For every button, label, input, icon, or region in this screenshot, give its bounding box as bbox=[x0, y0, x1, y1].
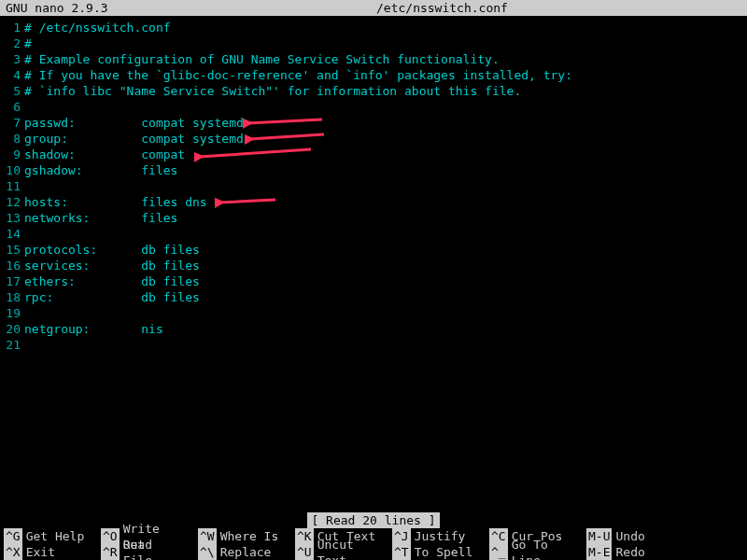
shortcut-label: Read File bbox=[123, 537, 194, 561]
shortcut-bar: ^GGet Help^OWrite Out^WWhere Is^KCut Tex… bbox=[0, 528, 747, 560]
shortcut-item[interactable]: ^TTo Spell bbox=[388, 544, 486, 560]
shortcut-label: Go To Line bbox=[512, 537, 583, 561]
line-text: services: db files bbox=[24, 258, 200, 273]
shortcut-label: Get Help bbox=[26, 528, 94, 544]
file-line[interactable]: 2# bbox=[0, 35, 747, 51]
shortcut-key: M-U bbox=[586, 528, 612, 544]
shortcut-item[interactable]: ^GGet Help bbox=[0, 528, 97, 544]
line-text: shadow: compat bbox=[24, 147, 185, 162]
shortcut-item[interactable]: M-ERedo bbox=[583, 544, 670, 560]
line-number: 19 bbox=[0, 305, 24, 321]
title-bar: GNU nano 2.9.3 /etc/nsswitch.conf bbox=[0, 0, 747, 16]
shortcut-key: ^C bbox=[489, 528, 508, 544]
shortcut-label: Redo bbox=[615, 544, 654, 560]
file-line[interactable]: 14 bbox=[0, 226, 747, 242]
file-line[interactable]: 8group: compat systemd bbox=[0, 131, 747, 147]
annotation-arrow-icon bbox=[245, 129, 329, 147]
line-text: # `info libc "Name Service Switch"' for … bbox=[24, 83, 521, 99]
line-text: ethers: db files bbox=[24, 273, 200, 289]
status-line: [ Read 20 lines ] bbox=[0, 512, 747, 528]
line-number: 10 bbox=[0, 162, 24, 178]
line-text: # bbox=[24, 35, 32, 51]
file-line[interactable]: 15protocols: db files bbox=[0, 242, 747, 258]
shortcut-label: Uncut Text bbox=[317, 537, 388, 561]
shortcut-key: ^_ bbox=[489, 544, 508, 560]
shortcut-key: ^W bbox=[198, 528, 217, 544]
file-path: /etc/nsswitch.conf bbox=[376, 0, 747, 16]
shortcut-key: ^\ bbox=[198, 544, 217, 560]
file-line[interactable]: 4# If you have the `glibc-doc-reference'… bbox=[0, 67, 747, 83]
shortcut-key: ^J bbox=[392, 528, 411, 544]
shortcut-item[interactable]: ^JJustify bbox=[388, 528, 486, 544]
file-line[interactable]: 7passwd: compat systemd bbox=[0, 115, 747, 131]
shortcut-label: Justify bbox=[415, 528, 475, 544]
file-line[interactable]: 13networks: files bbox=[0, 210, 747, 226]
line-text: group: compat systemd bbox=[24, 131, 244, 147]
line-number: 20 bbox=[0, 321, 24, 337]
line-text: netgroup: nis bbox=[24, 321, 163, 337]
svg-line-0 bbox=[247, 119, 322, 123]
line-number: 11 bbox=[0, 178, 24, 194]
file-line[interactable]: 19 bbox=[0, 305, 747, 321]
shortcut-label: Where Is bbox=[220, 528, 289, 544]
line-text: gshadow: files bbox=[24, 162, 177, 178]
line-number: 16 bbox=[0, 258, 24, 273]
shortcut-item[interactable]: ^RRead File bbox=[97, 544, 194, 560]
shortcut-key: ^T bbox=[392, 544, 411, 560]
line-number: 17 bbox=[0, 273, 24, 289]
svg-line-2 bbox=[199, 149, 311, 157]
shortcut-item[interactable]: M-UUndo bbox=[583, 528, 670, 544]
file-line[interactable]: 21 bbox=[0, 337, 747, 353]
line-text: # If you have the `glibc-doc-reference' … bbox=[24, 67, 572, 83]
shortcut-item[interactable]: ^WWhere Is bbox=[194, 528, 291, 544]
file-line[interactable]: 18rpc: db files bbox=[0, 289, 747, 305]
line-number: 21 bbox=[0, 337, 24, 353]
file-line[interactable]: 9shadow: compat bbox=[0, 147, 747, 162]
line-number: 6 bbox=[0, 99, 24, 115]
shortcut-key: ^O bbox=[101, 528, 120, 544]
file-line[interactable]: 16services: db files bbox=[0, 258, 747, 273]
app-title: GNU nano 2.9.3 bbox=[0, 0, 376, 16]
file-line[interactable]: 17ethers: db files bbox=[0, 273, 747, 289]
shortcut-key: ^X bbox=[4, 544, 22, 560]
line-number: 1 bbox=[0, 20, 24, 35]
line-text: passwd: compat systemd bbox=[24, 115, 244, 131]
file-line[interactable]: 12hosts: files dns bbox=[0, 194, 747, 210]
file-line[interactable]: 1# /etc/nsswitch.conf bbox=[0, 20, 747, 35]
annotation-arrow-icon bbox=[243, 112, 327, 131]
shortcut-key: ^G bbox=[4, 528, 22, 544]
annotation-arrow-icon bbox=[194, 146, 316, 164]
file-line[interactable]: 3# Example configuration of GNU Name Ser… bbox=[0, 51, 747, 67]
line-number: 14 bbox=[0, 226, 24, 242]
shortcut-label: Exit bbox=[26, 544, 64, 560]
file-line[interactable]: 5# `info libc "Name Service Switch"' for… bbox=[0, 83, 747, 99]
line-number: 9 bbox=[0, 147, 24, 162]
shortcut-item[interactable]: ^\Replace bbox=[194, 544, 291, 560]
shortcut-label: Replace bbox=[220, 544, 281, 560]
line-text: networks: files bbox=[24, 210, 177, 226]
line-number: 12 bbox=[0, 194, 24, 210]
line-text: rpc: db files bbox=[24, 289, 200, 305]
file-line[interactable]: 6 bbox=[0, 99, 747, 115]
line-number: 18 bbox=[0, 289, 24, 305]
shortcut-key: ^K bbox=[295, 528, 314, 544]
shortcut-label: Undo bbox=[615, 528, 654, 544]
svg-line-3 bbox=[219, 200, 275, 203]
file-line[interactable]: 11 bbox=[0, 178, 747, 194]
shortcut-item[interactable]: ^UUncut Text bbox=[291, 544, 388, 560]
shortcut-item[interactable]: ^_Go To Line bbox=[486, 544, 583, 560]
annotation-arrow-icon bbox=[215, 193, 280, 210]
editor-area[interactable]: 1# /etc/nsswitch.conf2#3# Example config… bbox=[0, 16, 747, 353]
line-number: 8 bbox=[0, 131, 24, 147]
status-message: [ Read 20 lines ] bbox=[307, 512, 439, 528]
line-number: 13 bbox=[0, 210, 24, 226]
shortcut-key: M-E bbox=[586, 544, 612, 560]
line-text: # /etc/nsswitch.conf bbox=[24, 20, 171, 35]
file-line[interactable]: 20netgroup: nis bbox=[0, 321, 747, 337]
file-line[interactable]: 10gshadow: files bbox=[0, 162, 747, 178]
line-number: 4 bbox=[0, 67, 24, 83]
shortcut-item[interactable]: ^XExit bbox=[0, 544, 97, 560]
line-number: 5 bbox=[0, 83, 24, 99]
line-number: 15 bbox=[0, 242, 24, 258]
line-number: 3 bbox=[0, 51, 24, 67]
